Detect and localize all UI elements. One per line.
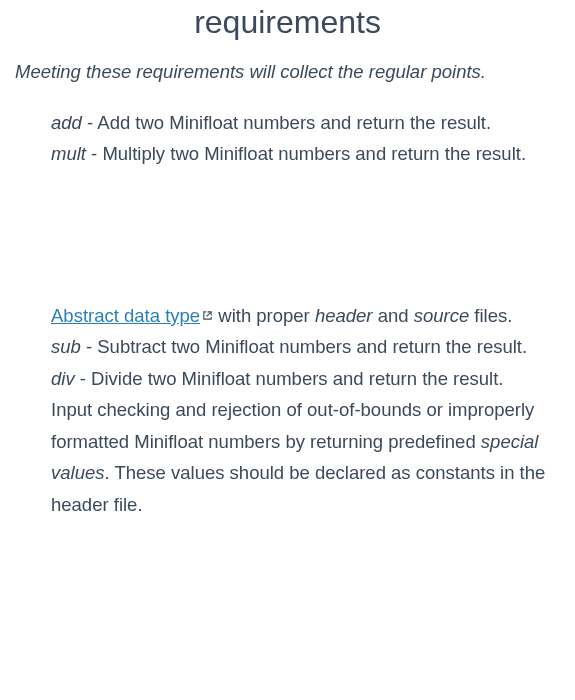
op-mult: mult - Multiply two Minifloat numbers an…	[51, 138, 560, 169]
op-add-name: add	[51, 112, 82, 133]
input-check-part2: . These values should be declared as con…	[51, 462, 545, 514]
adt-header-word: header	[315, 305, 373, 326]
adt-text-after: with proper	[213, 305, 315, 326]
adt-files: files.	[469, 305, 512, 326]
adt-and: and	[373, 305, 414, 326]
spacer	[51, 170, 560, 300]
op-mult-name: mult	[51, 143, 86, 164]
op-mult-desc: Multiply two Minifloat numbers and retur…	[102, 143, 526, 164]
content-body: add - Add two Minifloat numbers and retu…	[15, 107, 560, 520]
op-sub: sub - Subtract two Minifloat numbers and…	[51, 331, 560, 362]
op-div-desc: Divide two Minifloat numbers and return …	[91, 368, 503, 389]
op-add: add - Add two Minifloat numbers and retu…	[51, 107, 560, 138]
op-sub-name: sub	[51, 336, 81, 357]
external-link-icon	[202, 299, 213, 330]
op-div: div - Divide two Minifloat numbers and r…	[51, 363, 560, 394]
adt-line: Abstract data type with proper header an…	[51, 300, 560, 331]
op-div-sep: -	[75, 368, 91, 389]
abstract-data-type-link[interactable]: Abstract data type	[51, 305, 200, 326]
input-check-line: Input checking and rejection of out-of-b…	[51, 394, 560, 520]
op-add-sep: -	[82, 112, 97, 133]
input-check-part1: Input checking and rejection of out-of-b…	[51, 399, 534, 451]
op-mult-sep: -	[86, 143, 102, 164]
op-sub-desc: Subtract two Minifloat numbers and retur…	[97, 336, 527, 357]
page-heading: requirements	[15, 0, 560, 61]
op-sub-sep: -	[81, 336, 97, 357]
adt-source-word: source	[414, 305, 470, 326]
op-add-desc: Add two Minifloat numbers and return the…	[97, 112, 491, 133]
intro-text: Meeting these requirements will collect …	[15, 61, 560, 83]
op-div-name: div	[51, 368, 75, 389]
